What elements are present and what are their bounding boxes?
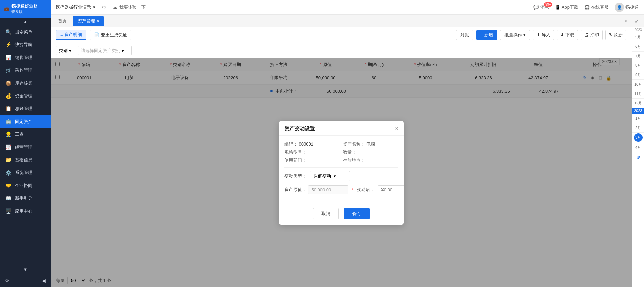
change-type-select[interactable]: 原值变动 ▾	[310, 171, 350, 181]
download-icon: 📱	[555, 5, 560, 10]
category-value-filter[interactable]: 请选择固定资产类别 ▾	[78, 46, 132, 55]
experience-button[interactable]: ☁ 我要体验一下	[113, 4, 146, 10]
month-12[interactable]: 12月	[632, 99, 644, 108]
refresh-button[interactable]: ↻ 刷新	[605, 30, 626, 40]
change-type-label: 变动类型：	[284, 173, 306, 179]
month-9[interactable]: 9月	[632, 70, 644, 80]
month-11[interactable]: 11月	[632, 89, 644, 99]
month-5[interactable]: 5月	[632, 33, 644, 42]
sidebar-item-finance[interactable]: 💰 资金管理	[0, 90, 51, 102]
sidebar-item-quicknav[interactable]: ⚡ 快捷导航	[0, 38, 51, 51]
change-type-row: 变动类型： 原值变动 ▾	[284, 171, 398, 181]
modal-info-grid: 编码： 000001 资产名称： 电脑 规格型号：	[284, 141, 398, 163]
modal-location-field: 存放地点：	[343, 157, 398, 163]
tab-home[interactable]: 首页	[53, 16, 71, 26]
message-badge: 99+	[544, 2, 552, 7]
inventory-icon: 📦	[5, 80, 11, 86]
basic-info-icon: 📁	[5, 157, 11, 163]
month-4[interactable]: 4月	[632, 143, 644, 152]
sidebar-item-ledger[interactable]: 📋 总账管理	[0, 102, 51, 115]
dropdown-arrow: ▾	[122, 48, 124, 53]
toolbar-right-actions: 对账 + 新增 批量操作 ▾ ⬆ 导入 ⬇ 下载 🖨	[456, 30, 626, 40]
settings-icon[interactable]: ⚙	[5, 277, 9, 284]
month-3-current[interactable]: 3月	[634, 133, 643, 142]
sidebar-item-payroll[interactable]: 👷 工资	[0, 128, 51, 141]
save-button[interactable]: 保存	[344, 208, 370, 219]
sidebar-item-label: 应用中心	[15, 208, 32, 214]
sidebar-scroll-up[interactable]: ▲	[23, 19, 28, 24]
sidebar-item-sales[interactable]: 📊 销售管理	[0, 51, 51, 64]
logo-icon: 💼	[4, 6, 9, 11]
sidebar-item-fixed-assets[interactable]: 🏢 固定资产	[0, 115, 51, 128]
category-filter[interactable]: 类别 ▾	[56, 46, 74, 55]
sales-icon: 📊	[5, 55, 11, 61]
year-label-2023-b: 2023	[632, 108, 644, 114]
sidebar-item-apps[interactable]: 🖥️ 应用中心	[0, 205, 51, 218]
expand-icon[interactable]: ⊕	[632, 152, 644, 162]
change-voucher-tab[interactable]: 📄 变更生成凭证	[90, 30, 131, 40]
sidebar-item-label: 系统管理	[15, 170, 32, 176]
sidebar-item-label: 库存核算	[15, 80, 32, 86]
refresh-icon: ↻	[609, 32, 613, 37]
sidebar-item-label: 企业协同	[15, 183, 32, 189]
app-download-button[interactable]: 📱 App下载	[555, 4, 578, 10]
app-logo: 💼 畅捷通好业财 普及版	[0, 0, 51, 18]
messages-button[interactable]: 💬 消息 99+	[533, 4, 549, 10]
asset-change-modal: 资产变动设置 × 编码： 000001 资产名称：	[279, 121, 404, 225]
month-2[interactable]: 2月	[632, 123, 644, 133]
search-menu-icon: 🔍	[5, 29, 11, 35]
after-change-label: 变动后：	[357, 187, 374, 193]
new-button[interactable]: + 新增	[476, 30, 497, 40]
cloud-icon: ☁	[113, 5, 117, 10]
tab-asset-management[interactable]: 资产管理 ×	[73, 16, 104, 26]
select-arrow-icon: ▾	[334, 173, 336, 179]
month-8[interactable]: 8月	[632, 61, 644, 70]
sidebar-item-basic-info[interactable]: 📁 基础信息	[0, 154, 51, 166]
settings-button[interactable]: ⚙	[99, 3, 109, 12]
month-6[interactable]: 6月	[632, 42, 644, 52]
print-button[interactable]: 🖨 打印	[581, 30, 603, 40]
sidebar-item-collaboration[interactable]: 🤝 企业协同	[0, 179, 51, 192]
batch-ops-button[interactable]: 批量操作 ▾	[500, 30, 530, 40]
avatar-icon: 👤	[617, 5, 622, 10]
after-change-input[interactable]	[378, 185, 404, 194]
month-1[interactable]: 1月	[632, 114, 644, 123]
sidebar-item-inventory[interactable]: 📦 库存核算	[0, 77, 51, 90]
tab-close-icon[interactable]: ×	[97, 19, 99, 23]
month-7[interactable]: 7月	[632, 52, 644, 61]
sidebar-item-search[interactable]: 🔍 搜索菜单	[0, 26, 51, 38]
download-button[interactable]: ⬇ 下载	[557, 30, 578, 40]
sidebar-item-guide[interactable]: 📖 新手引导	[0, 192, 51, 205]
logo-title: 畅捷通好业财	[11, 3, 38, 9]
print-icon: 🖨	[584, 32, 589, 37]
dropdown-arrow: ▾	[69, 48, 71, 53]
modal-code-value: 000001	[299, 141, 313, 147]
list-icon: ≡	[60, 32, 63, 37]
sidebar-item-label: 固定资产	[15, 119, 32, 125]
sidebar-item-purchase[interactable]: 🛒 采购管理	[0, 64, 51, 77]
tab-restore-button[interactable]: ×	[621, 16, 631, 26]
sidebar-item-operations[interactable]: 📈 经营管理	[0, 141, 51, 154]
month-10[interactable]: 10月	[632, 80, 644, 89]
download-icon: ⬇	[560, 32, 564, 37]
year-label-2023-a: 2023	[634, 27, 642, 33]
reconcile-button[interactable]: 对账	[456, 30, 473, 40]
user-menu[interactable]: 👤 畅捷通	[615, 3, 639, 12]
asset-detail-tab[interactable]: ≡ 资产明细	[56, 30, 86, 40]
content-toolbar: ≡ 资产明细 📄 变更生成凭证 对账 + 新增 批量操作 ▾ ⬆	[51, 27, 632, 43]
tab-maximize-button[interactable]: ⤢	[632, 16, 641, 26]
sidebar-scroll-down[interactable]: ▼	[23, 267, 28, 272]
online-service-button[interactable]: 🎧 在线客服	[584, 4, 609, 10]
cancel-button[interactable]: 取消	[313, 208, 339, 219]
sidebar-item-system[interactable]: ⚙️ 系统管理	[0, 166, 51, 179]
system-icon: ⚙️	[5, 170, 11, 176]
finance-icon: 💰	[5, 93, 11, 99]
modal-code-field: 编码： 000001	[284, 141, 340, 147]
modal-quantity-field: 数量：	[343, 149, 398, 155]
company-selector[interactable]: 医疗器械行业演示 ▾	[56, 4, 95, 10]
modal-close-button[interactable]: ×	[395, 126, 398, 132]
collapse-icon[interactable]: ◀	[42, 278, 46, 283]
import-button[interactable]: ⬆ 导入	[533, 30, 554, 40]
topbar: 医疗器械行业演示 ▾ ⚙ ☁ 我要体验一下 💬 消息 99+ 📱 App下载 🎧…	[51, 0, 644, 15]
page-content: ≡ 资产明细 📄 变更生成凭证 对账 + 新增 批量操作 ▾ ⬆	[51, 27, 644, 287]
